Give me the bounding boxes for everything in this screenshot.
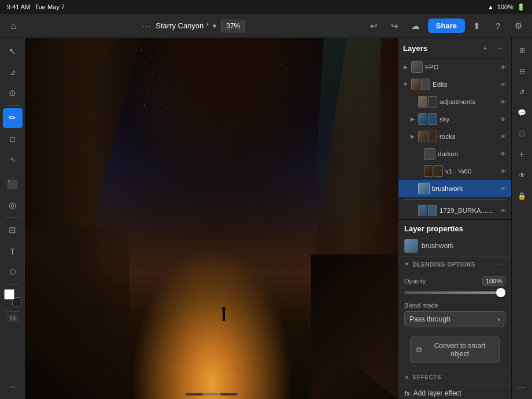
layer-thumb-adjustments bbox=[418, 96, 437, 108]
layer-properties-header: Layer properties brushwork bbox=[398, 220, 511, 257]
canvas-area[interactable] bbox=[25, 38, 398, 399]
fx-badge: fx bbox=[404, 390, 410, 397]
layer-properties-name-row: brushwork bbox=[404, 238, 505, 254]
redo-button[interactable]: ↪ bbox=[386, 17, 404, 35]
top-toolbar: ⌂ ··· Starry Canyon* ▼ 37% ↩ ↪ ☁ Share ⬆… bbox=[0, 14, 532, 38]
bottom-right-rock bbox=[311, 254, 398, 399]
more-tools-button[interactable]: ··· bbox=[3, 376, 23, 396]
add-effect-label: Add layer effect bbox=[413, 389, 461, 397]
layer-visibility-fpo[interactable]: 👁 bbox=[498, 62, 508, 72]
convert-label: Convert to smart object bbox=[426, 342, 493, 358]
layer-visibility-photo[interactable]: 👁 bbox=[498, 206, 508, 215]
foreground-color-swatch[interactable] bbox=[4, 289, 14, 300]
eyedropper-tool[interactable]: ◎ bbox=[3, 195, 23, 215]
layers-panel: Layers + ··· ▶ FPO 👁 ▼ bbox=[398, 38, 511, 220]
blending-options-section-header[interactable]: ▼ BLENDING OPTIONS ··· bbox=[398, 257, 511, 272]
blending-options-content: Opacity 100% Blend mode Pass through ▾ bbox=[398, 272, 511, 332]
layer-name-rocks: rocks bbox=[439, 133, 496, 140]
layer-item-photo[interactable]: 1729_BURKA...anced-NR33 👁 bbox=[398, 202, 511, 219]
zoom-level[interactable]: 37% bbox=[221, 20, 245, 32]
person-silhouette-body bbox=[223, 311, 225, 321]
move-tool[interactable]: ↖ bbox=[3, 42, 23, 61]
layers-add-button[interactable]: + bbox=[479, 42, 492, 54]
layer-name-v1: v1 - %60 bbox=[445, 168, 496, 175]
layer-visibility-v1[interactable]: 👁 bbox=[498, 167, 508, 176]
add-layer-effect-row[interactable]: fx Add layer effect bbox=[398, 384, 511, 399]
layer-item-adjustments[interactable]: adjustments 👁 bbox=[398, 93, 511, 110]
layer-properties-panel: Layer properties brushwork ▼ BLENDING OP… bbox=[398, 220, 511, 399]
effects-section: ▼ EFFECTS fx Add layer effect Try adding… bbox=[398, 370, 511, 399]
blend-mode-value: Pass through bbox=[409, 315, 450, 323]
opacity-value[interactable]: 100% bbox=[482, 276, 505, 286]
layer-expand-edits: ▼ bbox=[402, 81, 409, 88]
layer-thumb-edits bbox=[411, 79, 430, 90]
side-adjustments-button[interactable]: ⊟ bbox=[513, 62, 531, 80]
paint-bucket-tool[interactable]: ⬛ bbox=[3, 175, 23, 194]
layers-more-button[interactable]: ··· bbox=[494, 42, 507, 54]
side-comments-button[interactable]: 💬 bbox=[513, 104, 531, 121]
layer-item-darken[interactable]: darken 👁 bbox=[398, 145, 511, 162]
layer-properties-title: Layer properties bbox=[404, 224, 505, 233]
convert-to-smart-object-button[interactable]: ⧉ Convert to smart object bbox=[410, 337, 500, 363]
layer-name-sky: sky bbox=[439, 116, 496, 123]
progress-indicator bbox=[202, 393, 221, 396]
layer-visibility-darken[interactable]: 👁 bbox=[498, 149, 508, 158]
side-history-button[interactable]: ↺ bbox=[513, 83, 531, 101]
layer-name-photo: 1729_BURKA...anced-NR33 bbox=[439, 207, 496, 214]
undo-button[interactable]: ↩ bbox=[365, 17, 383, 35]
smudge-tool[interactable]: ∿ bbox=[3, 150, 23, 169]
cloud-button[interactable]: ☁ bbox=[407, 17, 424, 35]
opacity-slider-thumb[interactable] bbox=[496, 288, 505, 297]
opacity-slider[interactable] bbox=[404, 291, 505, 294]
share-button[interactable]: Share bbox=[428, 19, 465, 33]
layer-chain-divider bbox=[403, 198, 507, 201]
layer-name-fpo: FPO bbox=[425, 64, 496, 71]
opacity-label: Opacity bbox=[404, 278, 426, 285]
lasso-tool[interactable]: ⊙ bbox=[3, 83, 23, 103]
layer-visibility-brushwork[interactable]: 👁 bbox=[498, 184, 508, 193]
home-button[interactable]: ⌂ bbox=[5, 17, 22, 35]
layer-expand-adjustments bbox=[409, 98, 416, 105]
eraser-tool[interactable]: ◻ bbox=[3, 129, 23, 149]
side-visibility-button[interactable]: 👁 bbox=[513, 167, 531, 184]
side-add-button[interactable]: + bbox=[513, 146, 531, 163]
effects-section-header[interactable]: ▼ EFFECTS bbox=[398, 371, 511, 384]
convert-section: ⧉ Convert to smart object bbox=[398, 332, 511, 370]
crop-tool[interactable]: ⊡ bbox=[3, 220, 23, 240]
type-tool[interactable]: T bbox=[3, 241, 23, 261]
side-info-button[interactable]: ⓘ bbox=[513, 125, 531, 142]
layer-name-edits: Edits bbox=[433, 81, 496, 88]
selection-tool[interactable]: ⊿ bbox=[3, 62, 23, 82]
layer-item-brushwork[interactable]: brushwork 👁 bbox=[398, 180, 511, 197]
layer-visibility-sky[interactable]: 👁 bbox=[498, 114, 508, 124]
color-swatches[interactable] bbox=[4, 289, 21, 306]
layer-thumb-brushwork bbox=[418, 183, 430, 194]
side-lock-button[interactable]: 🔒 bbox=[513, 187, 531, 205]
brush-tool[interactable]: ✏ bbox=[3, 108, 23, 128]
settings-button[interactable]: ⚙ bbox=[510, 17, 527, 35]
side-more-button[interactable]: ··· bbox=[513, 378, 531, 396]
wifi-icon: ▲ bbox=[487, 3, 494, 10]
layer-item-v1[interactable]: v1 - %60 👁 bbox=[398, 162, 511, 180]
layer-item-edits[interactable]: ▼ Edits 👁 bbox=[398, 76, 511, 93]
layer-item-sky[interactable]: ▶ sky 👁 bbox=[398, 110, 511, 128]
upload-button[interactable]: ⬆ bbox=[468, 17, 486, 35]
tool-divider-3 bbox=[6, 217, 20, 218]
blend-mode-chevron-icon: ▾ bbox=[497, 316, 500, 323]
layer-visibility-adjustments[interactable]: 👁 bbox=[498, 97, 508, 106]
chain-line bbox=[403, 200, 507, 200]
layer-visibility-rocks[interactable]: 👁 bbox=[498, 132, 508, 141]
layer-expand-rocks: ▶ bbox=[409, 133, 416, 140]
tool-divider-4 bbox=[6, 284, 20, 285]
layer-expand-brushwork bbox=[409, 185, 416, 192]
help-button[interactable]: ? bbox=[489, 17, 507, 35]
blend-mode-select[interactable]: Pass through ▾ bbox=[404, 311, 505, 327]
bottom-left-rock bbox=[25, 226, 130, 399]
layer-item-fpo[interactable]: ▶ FPO 👁 bbox=[398, 58, 511, 76]
transform-tool[interactable]: ⬡ bbox=[3, 262, 23, 282]
document-name[interactable]: Starry Canyon* ▼ bbox=[156, 21, 217, 30]
layer-visibility-edits[interactable]: 👁 bbox=[498, 80, 508, 89]
layer-item-rocks[interactable]: ▶ rocks 👁 bbox=[398, 128, 511, 145]
time: 9:41 AM bbox=[7, 3, 30, 10]
side-layers-button[interactable]: ⊞ bbox=[513, 42, 531, 59]
